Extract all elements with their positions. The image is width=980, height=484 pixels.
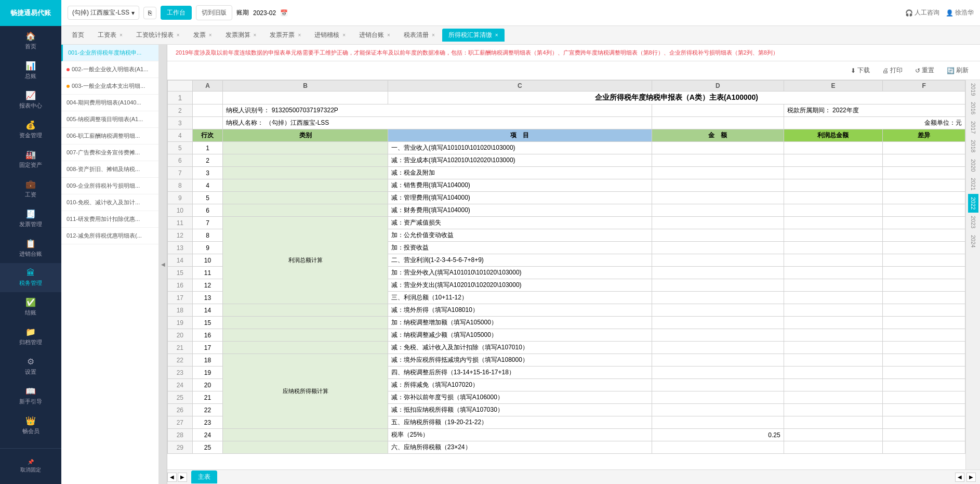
copy-button[interactable]: ⎘ bbox=[143, 7, 156, 19]
cell-line-19[interactable]: 19 bbox=[192, 367, 223, 379]
cell-item-25[interactable]: 六、应纳所得税额（23×24） bbox=[388, 441, 652, 454]
cell-diff-24[interactable] bbox=[883, 429, 965, 441]
print-button[interactable]: 🖨 打印 bbox=[879, 64, 906, 76]
tab-invoice-calc-close[interactable]: × bbox=[254, 32, 257, 38]
sub-menu-item-012[interactable]: 012-减免所得税优惠明细表(... bbox=[61, 228, 158, 244]
cell-item-20[interactable]: 减：所得减免（填写A107020） bbox=[388, 379, 652, 391]
sub-menu-item-003[interactable]: 003-一般企业成本支出明细... bbox=[61, 78, 158, 95]
cell-amount-15[interactable] bbox=[652, 317, 784, 329]
cell-item-6[interactable]: 减：财务费用(填写A104000) bbox=[388, 204, 652, 217]
cell-profit-13[interactable] bbox=[784, 292, 882, 304]
cell-item-22[interactable]: 减：抵扣应纳税所得额（填写A107030） bbox=[388, 404, 652, 416]
cell-diff-15[interactable] bbox=[883, 317, 965, 329]
cell-cat-3[interactable] bbox=[223, 167, 388, 179]
year-2022[interactable]: 2022 bbox=[968, 194, 978, 213]
cell-line-5[interactable]: 5 bbox=[192, 192, 223, 204]
sidebar-item-invoice[interactable]: 🧾 发票管理 bbox=[0, 204, 61, 233]
cell-profit-18[interactable] bbox=[784, 354, 882, 367]
sidebar-item-home[interactable]: 🏠 首页 bbox=[0, 26, 61, 56]
cell-line-25[interactable]: 25 bbox=[192, 441, 223, 454]
sub-menu-item-002[interactable]: 002-一般企业收入明细表(A1... bbox=[61, 61, 158, 78]
cell-item-23[interactable]: 五、应纳税所得额（19-20-21-22） bbox=[388, 416, 652, 429]
cell-diff-10[interactable] bbox=[883, 254, 965, 267]
cell-item-14[interactable]: 减：境外所得（填写A108010） bbox=[388, 304, 652, 317]
cell-amount-4[interactable] bbox=[652, 179, 784, 192]
cell-cat-2[interactable] bbox=[223, 154, 388, 167]
cell-cat-14[interactable] bbox=[223, 304, 388, 317]
sub-menu-item-009[interactable]: 009-企业所得税补亏损明细... bbox=[61, 178, 158, 194]
cell-profit-6[interactable] bbox=[784, 204, 882, 217]
refresh-button[interactable]: 🔄 刷新 bbox=[944, 64, 972, 76]
tab-invoice-open[interactable]: 发票开票 × bbox=[263, 29, 307, 42]
cell-profit-11[interactable] bbox=[784, 267, 882, 279]
cell-item-13[interactable]: 三、利润总额（10+11-12） bbox=[388, 292, 652, 304]
sub-menu-item-006[interactable]: 006-职工薪酬纳税调整明细... bbox=[61, 128, 158, 145]
cell-profit-10[interactable] bbox=[784, 254, 882, 267]
download-button[interactable]: ⬇ 下载 bbox=[847, 64, 873, 76]
collapse-submenu-button[interactable]: ◀ bbox=[159, 45, 167, 484]
sub-menu-item-010[interactable]: 010-免税、减计收入及加计... bbox=[61, 194, 158, 211]
tab-check[interactable]: 进销稽核 × bbox=[308, 29, 352, 42]
cell-amount-6[interactable] bbox=[652, 204, 784, 217]
cell-cat-16[interactable] bbox=[223, 329, 388, 342]
sidebar-item-guide[interactable]: 📖 新手引导 bbox=[0, 381, 61, 411]
cell-line-21[interactable]: 21 bbox=[192, 391, 223, 404]
cell-a2[interactable] bbox=[192, 104, 223, 117]
cell-cat-17[interactable] bbox=[223, 342, 388, 354]
cell-diff-23[interactable] bbox=[883, 416, 965, 429]
tab-check-close[interactable]: × bbox=[342, 32, 346, 38]
cell-profit-17[interactable] bbox=[784, 342, 882, 354]
cell-line-16[interactable]: 16 bbox=[192, 329, 223, 342]
cell-diff-4[interactable] bbox=[883, 179, 965, 192]
cell-cat-15[interactable] bbox=[223, 317, 388, 329]
cell-cat-5[interactable] bbox=[223, 192, 388, 204]
cell-diff-18[interactable] bbox=[883, 354, 965, 367]
spreadsheet-container[interactable]: A B C D E F bbox=[167, 80, 965, 469]
cell-item-12[interactable]: 减：营业外支出(填写A102010\102020\103000) bbox=[388, 279, 652, 292]
cell-item-8[interactable]: 加：公允价值变动收益 bbox=[388, 229, 652, 242]
company-selector[interactable]: (勾掉) 江西服宝-LSS ▾ bbox=[68, 6, 139, 20]
tab-tax-list[interactable]: 税表清册 × bbox=[398, 29, 441, 42]
cell-amount-18[interactable] bbox=[652, 354, 784, 367]
cell-line-6[interactable]: 6 bbox=[192, 204, 223, 217]
sub-menu-item-008[interactable]: 008-资产折旧、摊销及纳税... bbox=[61, 161, 158, 178]
cell-d2[interactable] bbox=[652, 104, 784, 117]
cell-profit-1[interactable] bbox=[784, 142, 882, 154]
cell-line-18[interactable]: 18 bbox=[192, 354, 223, 367]
cell-item-10[interactable]: 二、营业利润(1-2-3-4-5-6-7+8+9) bbox=[388, 254, 652, 267]
prev-sheet-arrow[interactable]: ◀ bbox=[167, 473, 177, 482]
sidebar-item-archive[interactable]: 📁 归档管理 bbox=[0, 322, 61, 351]
reset-button[interactable]: ↺ 重置 bbox=[912, 64, 937, 76]
sub-menu-item-001[interactable]: 001-企业所得税年度纳税申... bbox=[61, 45, 158, 61]
tab-income-tax-close[interactable]: × bbox=[495, 32, 498, 38]
scroll-left-arrow[interactable]: ◀ bbox=[955, 473, 964, 482]
cell-item-7[interactable]: 减：资产减值损失 bbox=[388, 217, 652, 229]
cell-line-8[interactable]: 8 bbox=[192, 229, 223, 242]
cell-amount-5[interactable] bbox=[652, 192, 784, 204]
cell-diff-21[interactable] bbox=[883, 391, 965, 404]
cell-d3[interactable] bbox=[652, 117, 784, 129]
cell-amount-20[interactable] bbox=[652, 379, 784, 391]
calendar-icon[interactable]: 📅 bbox=[280, 9, 288, 17]
cell-profit-19[interactable] bbox=[784, 367, 882, 379]
tab-home[interactable]: 首页 bbox=[65, 29, 90, 42]
cell-item-19[interactable]: 四、纳税调整后所得（13-14+15-16-17+18） bbox=[388, 367, 652, 379]
cell-line-2[interactable]: 2 bbox=[192, 154, 223, 167]
cell-item-5[interactable]: 减：管理费用(填写A104000) bbox=[388, 192, 652, 204]
cell-profit-15[interactable] bbox=[784, 317, 882, 329]
sub-menu-item-004[interactable]: 004-期间费用明细表(A1040... bbox=[61, 95, 158, 111]
sidebar-item-assets[interactable]: 🏭 固定资产 bbox=[0, 145, 61, 174]
year-2023[interactable]: 2023 bbox=[968, 213, 978, 231]
cell-line-14[interactable]: 14 bbox=[192, 304, 223, 317]
cell-amount-2[interactable] bbox=[652, 154, 784, 167]
sub-menu-item-005[interactable]: 005-纳税调整项目明细表(A1... bbox=[61, 111, 158, 128]
cell-amount-16[interactable] bbox=[652, 329, 784, 342]
cell-amount-12[interactable] bbox=[652, 279, 784, 292]
cell-line-9[interactable]: 9 bbox=[192, 242, 223, 254]
cell-profit-4[interactable] bbox=[784, 179, 882, 192]
sidebar-item-settings[interactable]: ⚙ 设置 bbox=[0, 351, 61, 381]
sidebar-item-ledger[interactable]: 📊 总账 bbox=[0, 56, 61, 85]
sidebar-item-close[interactable]: ✅ 结账 bbox=[0, 292, 61, 322]
cell-amount-25[interactable] bbox=[652, 441, 784, 454]
tab-invoice-calc[interactable]: 发票测算 × bbox=[219, 29, 263, 42]
